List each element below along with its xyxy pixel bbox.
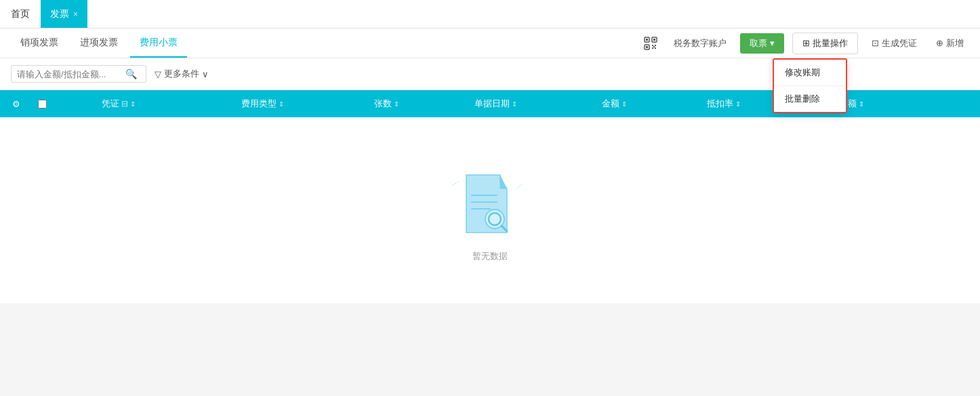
th-deduct-rate[interactable]: 抵扣率 ⇕ [670,98,779,110]
search-input[interactable] [17,69,125,79]
add-button[interactable]: ⊕ 新增 [931,35,969,52]
qr-code-icon[interactable] [641,34,660,53]
more-conditions-chevron: ∨ [202,69,209,79]
modify-period-item[interactable]: 修改账期 [774,60,846,86]
tax-account-label: 税务数字账户 [674,38,727,48]
svg-line-17 [453,182,459,185]
th-settings[interactable]: ⚙ [3,99,30,109]
batch-delete-item[interactable]: 批量删除 [774,86,846,112]
quepiao-chevron: ▾ [770,38,775,48]
tab-expense[interactable]: 费用小票 [130,28,187,58]
modify-period-label: 修改账期 [785,67,820,77]
home-nav-item[interactable]: 首页 [0,0,41,28]
tab-input-label: 进项发票 [80,37,118,49]
sub-tab-actions: 税务数字账户 取票 ▾ ⊞ 批量操作 ⊡ 生成凭证 ⊕ 新增 [641,33,969,54]
batch-op-dropdown: 修改账期 批量删除 [773,58,847,113]
generate-voucher-icon: ⊡ [872,38,879,48]
th-count[interactable]: 张数 ⇕ [342,98,431,110]
th-amount-label: 金额 [602,98,619,110]
th-voucher-sort[interactable]: ⇕ [130,100,136,108]
th-date-sort[interactable]: ⇕ [512,100,517,108]
empty-state: 暂无数据 [0,117,980,303]
th-deduct-rate-label: 抵扣率 [707,98,733,110]
more-conditions-button[interactable]: ▽ 更多条件 ∨ [155,68,209,80]
generate-voucher-button[interactable]: ⊡ 生成凭证 [866,35,922,52]
svg-rect-8 [652,47,653,49]
more-conditions-label: 更多条件 [164,68,199,80]
table: ⚙ 凭证 ⊟ ⇕ 费用类型 ⇕ 张数 ⇕ 单据日期 ⇕ 金额 ⇕ 抵扣率 ⇕ [0,90,980,303]
svg-rect-10 [653,46,655,47]
svg-rect-3 [653,39,655,41]
th-amount[interactable]: 金额 ⇕ [560,98,669,110]
tab-input[interactable]: 进项发票 [70,28,127,58]
th-expense-type-label: 费用类型 [241,98,277,110]
th-expense-type-sort[interactable]: ⇕ [279,100,284,108]
th-count-label: 张数 [374,98,392,110]
th-voucher-icon: ⊟ [121,99,128,108]
home-label: 首页 [11,8,30,20]
th-expense-type[interactable]: 费用类型 ⇕ [183,98,342,110]
batch-op-icon: ⊞ [802,38,810,48]
svg-rect-5 [646,46,648,48]
top-nav: 首页 发票 × [0,0,980,28]
th-voucher[interactable]: 凭证 ⊟ ⇕ [54,98,183,110]
search-icon[interactable]: 🔍 [125,68,137,79]
quepiao-label: 取票 [750,37,767,50]
tab-expense-label: 费用小票 [140,37,178,49]
th-deduct-amount-sort[interactable]: ⇕ [859,100,864,108]
filter-icon: ▽ [155,69,161,79]
th-check[interactable] [30,100,54,108]
invoice-tab[interactable]: 发票 × [41,0,87,28]
svg-rect-7 [655,45,656,46]
th-voucher-label: 凭证 [102,98,119,110]
empty-illustration [449,172,531,239]
tab-sales-label: 销项发票 [20,37,58,49]
svg-rect-1 [646,39,648,41]
svg-line-18 [517,184,523,189]
svg-rect-6 [652,45,653,46]
batch-op-label: 批量操作 [813,37,848,50]
select-all-checkbox[interactable] [38,100,47,108]
sub-tabs: 销项发票 进项发票 费用小票 [11,28,187,58]
batch-delete-label: 批量删除 [785,94,820,104]
th-count-sort[interactable]: ⇕ [394,100,399,108]
tab-sales[interactable]: 销项发票 [11,28,68,58]
sub-tab-bar: 销项发票 进项发票 费用小票 税务数字账户 [0,28,980,58]
quepiao-button[interactable]: 取票 ▾ [740,33,784,54]
batch-op-button[interactable]: ⊞ 批量操作 [792,33,858,54]
add-icon: ⊕ [936,38,943,48]
th-deduct-rate-sort[interactable]: ⇕ [735,100,741,108]
th-date[interactable]: 单据日期 ⇕ [431,98,560,110]
search-input-wrap: 🔍 [11,65,146,83]
close-tab-icon[interactable]: × [73,9,78,19]
generate-voucher-label: 生成凭证 [882,37,917,50]
tax-account-button[interactable]: 税务数字账户 [668,35,732,52]
invoice-tab-label: 发票 [50,8,69,20]
th-amount-sort[interactable]: ⇕ [621,100,627,108]
empty-text: 暂无数据 [472,250,508,262]
th-date-label: 单据日期 [474,98,510,110]
svg-rect-9 [655,47,656,49]
add-label: 新增 [946,37,964,50]
